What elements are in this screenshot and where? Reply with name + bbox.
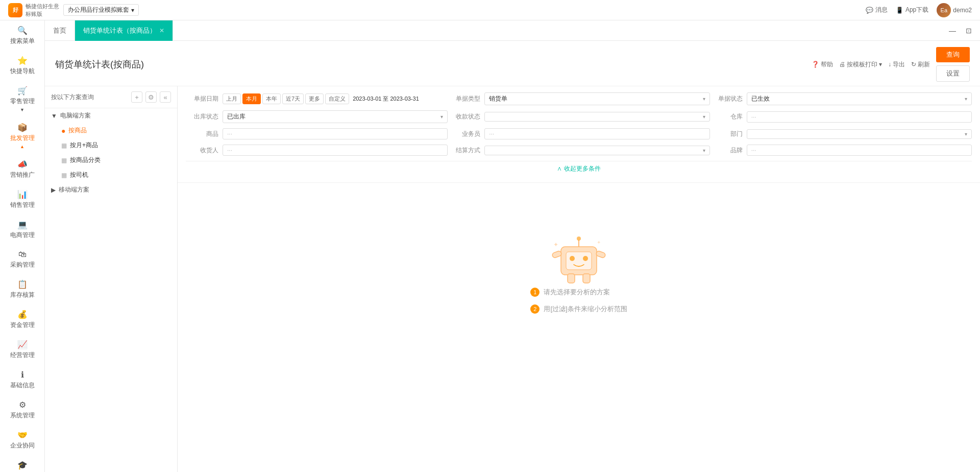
svg-point-5 [577, 237, 581, 241]
warehouse-input[interactable]: ··· [747, 111, 972, 123]
date-btn-this-month[interactable]: 本月 [242, 93, 261, 104]
active-node-icon: ● [61, 127, 65, 135]
dept-chevron-icon: ▾ [965, 131, 967, 137]
payment-status-select[interactable]: ▾ [484, 112, 709, 122]
payment-method-label: 结算方式 [448, 146, 484, 155]
receiver-input[interactable]: ··· [223, 145, 448, 156]
svg-rect-6 [552, 250, 562, 258]
status-select[interactable]: 已生效 ▾ [747, 92, 972, 105]
left-panel-header: 按以下方案查询 + ⚙ « [45, 86, 177, 108]
tree-item-by-month-product[interactable]: ▦ 按月+商品 [55, 138, 177, 153]
retail-icon: 🛒 [17, 86, 28, 96]
svg-rect-7 [596, 250, 606, 258]
query-button[interactable]: 查询 [936, 47, 970, 62]
wholesale-arrow-icon: ▲ [20, 144, 24, 149]
page-content: 销货单统计表(按商品) ❓ 帮助 🖨 按模板打印 ▾ [45, 41, 980, 472]
payment-method-select[interactable]: ▾ [484, 146, 709, 155]
date-btn-last-month[interactable]: 上月 [223, 93, 241, 104]
sidebar-item-sys-mgmt[interactable]: ⚙ 系统管理 [0, 395, 44, 425]
status-label: 单据状态 [710, 95, 747, 103]
inventory-icon: 📋 [17, 279, 28, 289]
sidebar-item-purchase[interactable]: 🛍 采购管理 [0, 245, 44, 274]
message-icon: 💬 [866, 7, 873, 14]
collapse-filter-btn[interactable]: ∧ 收起更多条件 [186, 161, 972, 176]
user-area[interactable]: Ea demo2 [937, 3, 972, 17]
export-btn[interactable]: ↓ 导出 [888, 60, 905, 69]
refresh-btn[interactable]: ↻ 刷新 [911, 60, 930, 69]
sales-icon: 📊 [17, 190, 28, 199]
marketing-icon: 📣 [17, 159, 28, 169]
enterprise-icon: 🤝 [17, 430, 28, 440]
filter-brand-cell: 品牌 ··· [710, 145, 972, 156]
date-btn-7days[interactable]: 近7天 [282, 93, 304, 104]
scheme-settings-btn[interactable]: ⚙ [145, 91, 157, 103]
action-buttons: 查询 设置 [936, 47, 970, 82]
sidebar-item-wholesale[interactable]: 📦 批发管理 ▲ [0, 117, 44, 154]
product-label: 商品 [186, 130, 223, 138]
tab-sales-stat[interactable]: 销货单统计表（按商品） ✕ [75, 20, 173, 41]
sidebar-item-basic-info[interactable]: ℹ 基础信息 [0, 365, 44, 395]
date-btn-this-year[interactable]: 本年 [262, 93, 281, 104]
left-panel: 按以下方案查询 + ⚙ « ▼ 电脑端方案 [45, 86, 178, 472]
tree-item-by-product[interactable]: ● 按商品 [55, 123, 177, 138]
message-btn[interactable]: 💬 消息 [866, 6, 888, 14]
tab-maximize-btn[interactable]: ⊡ [962, 23, 976, 38]
collapse-panel-btn[interactable]: « [160, 91, 171, 103]
filter-receiver-cell: 收货人 ··· [186, 145, 448, 156]
retail-arrow-icon: ▼ [20, 107, 24, 112]
app-download-btn[interactable]: 📱 App下载 [896, 6, 928, 14]
tree-expand-icon: ▼ [51, 112, 57, 120]
help-btn[interactable]: ❓ 帮助 [812, 60, 833, 69]
brand-input[interactable]: ··· [747, 145, 972, 156]
export-icon: ↓ [888, 61, 891, 68]
date-btn-custom[interactable]: 自定义 [325, 93, 349, 104]
payment-chevron-icon: ▾ [703, 114, 705, 120]
tree-group-mobile[interactable]: ▶ 移动端方案 [45, 182, 177, 197]
sidebar-item-finance[interactable]: 💰 资金管理 [0, 304, 44, 335]
operations-icon: 📈 [17, 340, 28, 349]
app-selector[interactable]: 办公用品行业模拟账套 ▾ [63, 4, 139, 16]
type-select[interactable]: 销货单 ▾ [484, 92, 709, 105]
tree-collapse-icon: ▶ [51, 186, 56, 194]
sidebar-item-retail[interactable]: 🛒 零售管理 ▼ [0, 81, 44, 117]
tab-home[interactable]: 首页 [45, 20, 75, 41]
staff-input[interactable]: ··· [484, 128, 709, 139]
logo-text: 畅捷信好生意 标账版 [26, 3, 59, 17]
avatar: Ea [937, 3, 951, 17]
sidebar-item-marketing[interactable]: 📣 营销推广 [0, 154, 44, 184]
wh-status-select[interactable]: 已出库 ▾ [223, 110, 448, 123]
tab-actions: — ⊡ [945, 23, 980, 38]
tree-item-by-product-category[interactable]: ▦ 按商品分类 [55, 153, 177, 168]
filter-wh-status-cell: 出库状态 已出库 ▾ [186, 110, 448, 123]
sidebar-item-quick-nav[interactable]: ⭐ 快捷导航 [0, 51, 44, 81]
setting-button[interactable]: 设置 [936, 65, 970, 82]
warehouse-label: 仓库 [710, 112, 747, 121]
top-bar-right: 💬 消息 📱 App下载 Ea demo2 [866, 3, 972, 17]
sidebar-item-enterprise[interactable]: 🤝 企业协同 [0, 425, 44, 455]
sidebar-item-sales[interactable]: 📊 销售管理 [0, 184, 44, 215]
filter-type-cell: 单据类型 销货单 ▾ [448, 92, 709, 105]
template-print-btn[interactable]: 🖨 按模板打印 ▾ [839, 60, 882, 69]
tree-group-pc[interactable]: ▼ 电脑端方案 [45, 108, 177, 123]
date-btn-more[interactable]: 更多 [305, 93, 324, 104]
settings-icon: ⚙ [19, 400, 26, 410]
tab-minimize-btn[interactable]: — [945, 23, 960, 38]
date-filter-controls: 上月 本月 本年 近7天 更多 自定义 2023-03-01 至 2023-03… [223, 93, 419, 104]
tree-item-by-clerk[interactable]: ▦ 按司机 [55, 168, 177, 182]
sidebar-item-ecommerce[interactable]: 💻 电商管理 [0, 215, 44, 245]
sidebar-item-new-guide[interactable]: 🎓 新手引导 [0, 455, 44, 472]
filter-date-cell: 单据日期 上月 本月 本年 近7天 更多 自定义 [186, 92, 448, 105]
brand-label: 品牌 [710, 146, 747, 155]
svg-point-3 [583, 256, 588, 261]
tab-close-icon[interactable]: ✕ [159, 27, 164, 34]
add-scheme-btn[interactable]: + [131, 91, 142, 103]
page-title: 销货单统计表(按商品) [55, 58, 144, 70]
product-input[interactable]: ··· [223, 128, 448, 139]
sidebar-item-search-menu[interactable]: 🔍 搜索菜单 [0, 20, 44, 51]
empty-hint-1: 1 请先选择要分析的方案 [530, 285, 627, 300]
sidebar-item-inventory[interactable]: 📋 库存核算 [0, 274, 44, 304]
body-layout: 按以下方案查询 + ⚙ « ▼ 电脑端方案 [45, 86, 980, 472]
filter-payment-method-cell: 结算方式 ▾ [448, 145, 709, 156]
dept-select[interactable]: ▾ [747, 129, 972, 139]
sidebar-item-operations[interactable]: 📈 经营管理 [0, 335, 44, 365]
